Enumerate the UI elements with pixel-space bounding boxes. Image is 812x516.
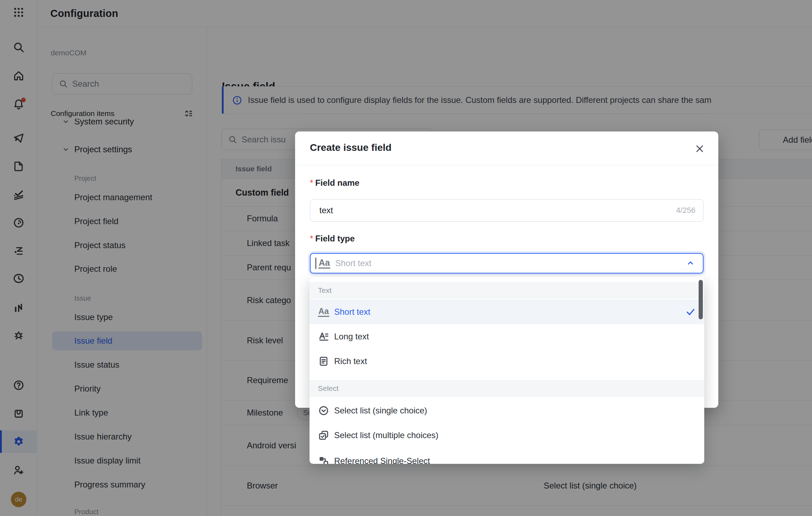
modal-title: Create issue field <box>310 142 392 153</box>
check-icon <box>685 307 696 317</box>
dropdown-option-select-list-multiple-choices-[interactable]: Select list (multiple choices) <box>310 423 704 448</box>
short-text-icon: Aa <box>318 306 329 318</box>
referenced-single-select-icon <box>318 455 329 464</box>
rich-text-icon <box>318 356 329 367</box>
close-icon[interactable] <box>694 143 705 154</box>
field-type-placeholder: Short text <box>335 258 686 268</box>
field-type-label: *Field type <box>310 234 355 244</box>
short-text-icon: Aa <box>318 258 330 268</box>
dropdown-option-referenced-single-select[interactable]: Referenced Single-Select <box>310 449 704 464</box>
text-cursor <box>316 258 316 269</box>
dropdown-scrollbar[interactable] <box>699 280 703 319</box>
app-window: de Configuration demoCOM Search Configur… <box>0 0 812 516</box>
chevron-up-icon <box>686 259 695 268</box>
dropdown-group-select: Select <box>310 380 704 397</box>
select-multi-icon <box>318 430 329 441</box>
field-name-input[interactable]: text 4/256 <box>310 199 704 222</box>
dropdown-group-text: Text <box>310 282 704 299</box>
dropdown-option-short-text[interactable]: AaShort text <box>310 300 704 324</box>
modal-header-divider <box>295 165 718 165</box>
field-name-label: *Field name <box>310 178 360 188</box>
long-text-icon <box>318 331 329 342</box>
field-type-select[interactable]: Aa Short text <box>310 253 704 274</box>
select-single-icon <box>318 405 329 416</box>
dropdown-option-select-list-single-choice-[interactable]: Select list (single choice) <box>310 398 704 423</box>
char-counter: 4/256 <box>676 206 695 215</box>
dropdown-option-rich-text[interactable]: Rich text <box>310 349 704 374</box>
dropdown-option-long-text[interactable]: Long text <box>310 324 704 349</box>
field-name-value: text <box>319 205 676 215</box>
field-type-dropdown: TextAaShort textLong textRich textSelect… <box>310 277 704 464</box>
